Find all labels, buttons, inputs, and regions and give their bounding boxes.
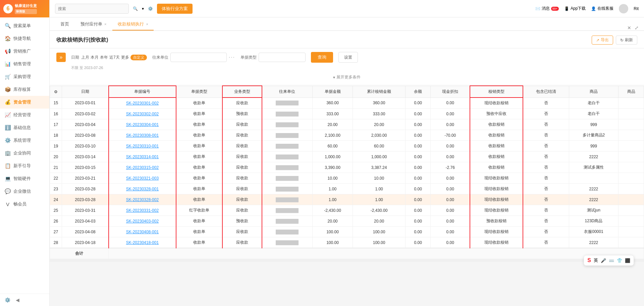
cell-doc-no: SK-20230314-001: [109, 151, 176, 162]
cell-amount: 360.00: [312, 98, 353, 109]
solution-button[interactable]: 体验行业方案: [157, 4, 193, 14]
doc-no-link[interactable]: SK-20230308-001: [126, 133, 159, 138]
last7-link[interactable]: 近7天: [109, 55, 120, 60]
table-scrollbar[interactable]: [50, 259, 644, 262]
expand-tabs-icon[interactable]: ⤢: [635, 25, 639, 30]
user-avatar[interactable]: [619, 4, 628, 13]
sidebar-item-system[interactable]: ⚙️ 系统管理: [0, 134, 49, 147]
data-table: ⚙ 日期 单据编号 单据类型 业务类型 往来单位 单据金额 累计核销金额 余额 …: [50, 85, 644, 259]
sidebar-label-operations: 经营管理: [13, 112, 31, 118]
sidebar-item-basic[interactable]: ℹ️ 基础信息: [0, 121, 49, 134]
partner-dots[interactable]: ···: [229, 54, 235, 60]
doc-no-link[interactable]: SK-20230302-002: [126, 112, 159, 116]
partner-input[interactable]: [170, 53, 227, 62]
message-icon: ✉️: [535, 6, 540, 11]
doc-no-link[interactable]: SK-20230328-001: [126, 187, 159, 191]
sidebar-item-inventory[interactable]: 📦 库存核算: [0, 83, 49, 96]
search-input[interactable]: [55, 4, 129, 14]
this-year-link[interactable]: 本年: [100, 55, 108, 60]
message-item[interactable]: ✉️ 消息 99+: [535, 6, 559, 11]
grid-icon: ⬛: [625, 258, 630, 263]
doc-no-link[interactable]: SK-20230403-002: [126, 219, 159, 224]
tab-prepay[interactable]: 预付应付单 ×: [75, 18, 112, 30]
topbar-search-icon: 🔍: [133, 6, 138, 11]
sidebar-item-wechat[interactable]: 💬 企业微信: [0, 185, 49, 198]
cell-amount: 2,100.00: [312, 130, 353, 141]
collapse-icon[interactable]: ◀: [16, 297, 19, 303]
th-doc-type: 单据类型: [176, 86, 222, 98]
doc-no-link[interactable]: SK-20230301-002: [126, 101, 159, 106]
this-month-link[interactable]: 本月: [91, 55, 99, 60]
system-icon: ⚙️: [5, 137, 11, 143]
doc-no-link[interactable]: SK-20230321-003: [126, 176, 159, 181]
cell-no: 26: [50, 216, 62, 227]
online-service-item[interactable]: 👤 在线客服: [591, 6, 613, 11]
sidebar-item-vip[interactable]: V 畅会员: [0, 198, 49, 210]
settings-icon[interactable]: ⚙️: [5, 297, 10, 303]
partner-label: 往来单位: [152, 55, 168, 60]
query-button[interactable]: 查询: [311, 52, 333, 63]
expand-more-btn[interactable]: ▾ 展开更多条件: [56, 73, 637, 81]
sidebar-item-purchase[interactable]: 🛒 采购管理: [0, 70, 49, 83]
doc-no-link[interactable]: SK-20230328-002: [126, 197, 159, 202]
table-row: 17 2023-03-04 SK-20230304-001 收款单 应收款 ██…: [50, 119, 644, 130]
doc-no-link[interactable]: SK-20230314-001: [126, 155, 159, 159]
cell-partner: ████████: [262, 194, 313, 205]
sidebar-item-guide[interactable]: 📋 新手引导: [0, 160, 49, 172]
more-link[interactable]: 更多: [121, 55, 129, 60]
sidebar-item-search[interactable]: 🔍 搜索菜单: [0, 19, 49, 32]
tab-home[interactable]: 首页: [55, 18, 74, 30]
sidebar-label-sales: 销售管理: [13, 61, 31, 67]
settings-button[interactable]: 设置: [338, 52, 358, 63]
keyboard-icon[interactable]: ⌨️: [609, 258, 614, 263]
sidebar-item-enterprise[interactable]: 🏢 企业协同: [0, 147, 49, 160]
doc-no-link[interactable]: SK-20230315-002: [126, 165, 159, 170]
filter-toggle-button[interactable]: »: [56, 53, 66, 62]
export-icon: ↗: [596, 38, 599, 43]
cell-product: 2222: [569, 184, 619, 194]
cell-biz-type: 应收款: [222, 237, 262, 248]
sidebar-item-operations[interactable]: 📈 经营管理: [0, 109, 49, 121]
mic-icon[interactable]: 🎤: [601, 258, 606, 263]
tab-receipt-close[interactable]: ×: [146, 22, 148, 26]
cell-product2: [619, 216, 644, 227]
cell-no: 15: [50, 98, 62, 109]
last-month-link[interactable]: 上月: [81, 55, 89, 60]
cell-date: 2023-03-28: [62, 194, 109, 205]
table-header-row: ⚙ 日期 单据编号 单据类型 业务类型 往来单位 单据金额 累计核销金额 余额 …: [50, 86, 644, 98]
table-row: 25 2023-03-31 SK-20230331-002 红字收款单 应收款 …: [50, 205, 644, 216]
filter-row-1: » 日期 上月 本月 本年 近7天 更多 自定义 往来单位 ···: [56, 52, 637, 63]
gear-icon[interactable]: ⚙️: [148, 6, 153, 11]
cell-product: [569, 173, 619, 184]
sidebar-item-quicknav[interactable]: 🏠 快捷导航: [0, 32, 49, 45]
refresh-button[interactable]: ↻ 刷新: [616, 36, 637, 45]
doc-no-link[interactable]: SK-20230304-001: [126, 122, 159, 127]
cell-included: 否: [523, 216, 569, 227]
sidebar-item-marketing[interactable]: 📢 营销推广: [0, 45, 49, 58]
app-download-item[interactable]: 📱 App下载: [564, 6, 586, 11]
receipt-type-select[interactable]: [259, 53, 306, 62]
doc-no-link[interactable]: SK-20230331-002: [126, 208, 159, 213]
cell-doc-type: 收款单: [176, 162, 222, 173]
doc-no-link[interactable]: SK-20230408-001: [126, 230, 159, 234]
table-row: 22 2023-03-21 SK-20230321-003 收款单 应收款 ██…: [50, 173, 644, 184]
table-total-row: 合计: [50, 248, 644, 259]
cell-cash-disc: 0.00: [431, 98, 470, 109]
sidebar-item-hardware[interactable]: 💻 智能硬件: [0, 172, 49, 185]
cell-doc-no: SK-20230328-001: [109, 184, 176, 194]
sidebar-item-finance[interactable]: 💰 资金管理: [0, 96, 49, 109]
doc-no-link[interactable]: SK-20230418-001: [126, 240, 159, 245]
filter-receipt-type-item: 单据类型: [240, 53, 306, 62]
sidebar-label-basic: 基础信息: [13, 125, 31, 131]
tab-receipt[interactable]: 收款核销执行 ×: [112, 18, 153, 30]
tab-prepay-close[interactable]: ×: [104, 22, 106, 26]
close-all-icon[interactable]: ✕: [627, 25, 631, 30]
service-icon: 👤: [591, 6, 596, 11]
doc-no-link[interactable]: SK-20230310-001: [126, 144, 159, 148]
export-button[interactable]: ↗ 导出: [592, 36, 613, 45]
cell-date: 2023-04-03: [62, 216, 109, 227]
custom-date-badge[interactable]: 自定义: [130, 55, 147, 60]
sidebar-item-sales[interactable]: 📊 销售管理: [0, 58, 49, 70]
cell-cash-disc: -70.00: [431, 130, 470, 141]
cell-product2: [619, 141, 644, 151]
